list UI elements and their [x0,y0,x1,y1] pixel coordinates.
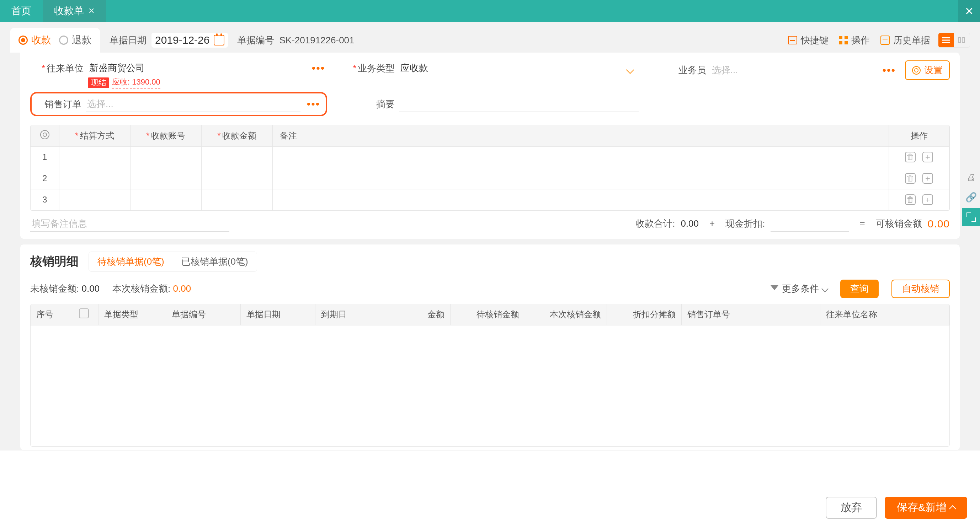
cell-amount[interactable] [201,146,272,168]
party-input[interactable] [88,60,305,76]
auto-writeoff-button[interactable]: 自动核销 [891,280,950,298]
radio-dot-icon [59,35,68,45]
order-picker-icon[interactable]: ••• [305,98,323,110]
cash-badge: 现结 [88,78,109,88]
doc-no-value: SK-20191226-001 [279,35,354,46]
radio-refund-label: 退款 [72,33,92,47]
row-index: 3 [30,189,59,210]
more-filter-label: 更多条件 [782,282,819,295]
party-picker-icon[interactable]: ••• [310,62,328,74]
view-list-button[interactable] [939,33,954,47]
settings-button[interactable]: 设置 [905,60,950,80]
wcol-pending: 待核销金额 [450,304,525,325]
checkbox-icon [79,308,89,319]
col-settle: 结算方式 [59,125,130,146]
operate-button[interactable]: 操作 [839,34,870,46]
receivable-link[interactable]: 应收: 1390.00 [112,77,161,89]
list-icon [942,37,950,43]
payment-grid: 结算方式 收款账号 收款金额 备注 操作 1 [30,125,950,211]
wcol-checkbox[interactable] [70,304,98,325]
doc-date: 单据日期 2019-12-26 [110,33,228,48]
wcol-split: 折扣分摊额 [607,304,681,325]
biztype-label: 业务类型 [341,62,395,74]
tab-receipt[interactable]: 收款单 ✕ [43,0,106,22]
radio-refund[interactable]: 退款 [59,33,92,47]
detail-icon [958,37,966,43]
row-add-button[interactable]: ＋ [923,194,933,205]
tab-done[interactable]: 已核销单据(0笔) [173,252,257,271]
toolbar-wrap: 收款 退款 单据日期 2019-12-26 单据编号 SK-20191226-0… [0,22,980,450]
wcol-amount: 金额 [390,304,450,325]
chevron-down-icon [821,285,829,292]
summary-input[interactable] [399,96,638,112]
wcol-idx: 序号 [30,304,70,325]
writeoff-table: 序号 单据类型 单据编号 单据日期 到期日 金额 待核销金额 本次核销金额 折扣… [30,304,950,447]
date-picker[interactable]: 2019-12-26 [151,33,228,48]
sales-order-input[interactable] [86,96,301,112]
rail-print-button[interactable]: 🖨 [962,168,980,186]
wcol-this: 本次核销金额 [525,304,607,325]
discount-input[interactable] [770,216,849,231]
row-add-button[interactable]: ＋ [923,173,933,184]
wcol-party: 往来单位名称 [820,304,950,325]
biztype-select[interactable] [399,60,625,76]
tab-receipt-label: 收款单 [54,4,84,18]
totals-row: 收款合计: 0.00 + 现金折扣: = 可核销金额 0.00 [30,216,950,231]
tab-pending[interactable]: 待核销单据(0笔) [89,252,173,271]
history-icon [880,35,890,45]
table-row[interactable]: 2 🗑 ＋ [30,168,950,189]
app-tabbar: 首页 收款单 ✕ ✕ [0,0,980,22]
sales-order-highlight: 销售订单 ••• [30,92,327,116]
cell-remark[interactable] [272,146,889,168]
total-value: 0.00 [681,218,699,229]
col-gear[interactable] [30,125,59,146]
rail-link-button[interactable]: 🔗 [962,188,980,206]
save-and-new-button[interactable]: 保存&新增 [885,497,967,519]
row-delete-button[interactable]: 🗑 [905,173,916,184]
window-close-button[interactable]: ✕ [958,0,980,22]
chevron-down-icon[interactable] [630,66,639,71]
row-add-button[interactable]: ＋ [923,152,933,162]
query-button[interactable]: 查询 [840,280,879,298]
party-label: 往来单位 [30,62,84,74]
row-delete-button[interactable]: 🗑 [905,152,916,162]
more-filter-button[interactable]: 更多条件 [770,282,827,295]
gear-icon [912,66,921,74]
shortcut-button[interactable]: 快捷键 [788,34,829,46]
salesman-picker-icon[interactable]: ••• [880,64,898,76]
unsettled-label: 未核销金额: [30,283,79,294]
writeoffable-value: 0.00 [928,218,950,230]
gear-icon [40,130,49,139]
salesman-input[interactable] [711,63,876,78]
tab-home[interactable]: 首页 [0,0,43,22]
discard-button[interactable]: 放弃 [826,497,877,519]
writeoff-panel: 核销明细 待核销单据(0笔) 已核销单据(0笔) 未核销金额: 0.00 本次核… [20,244,960,451]
biztype-field: 业务类型 [341,60,638,76]
radio-receive[interactable]: 收款 [19,33,51,47]
cell-settle[interactable] [59,146,130,168]
doc-remark-input[interactable] [30,216,229,231]
discount-label: 现金折扣: [725,217,765,230]
toolbar: 收款 退款 单据日期 2019-12-26 单据编号 SK-20191226-0… [10,28,970,52]
salesman-label: 业务员 [653,64,706,76]
row-index: 2 [30,168,59,189]
col-account: 收款账号 [130,125,201,146]
writeoff-title: 核销明细 [30,253,79,270]
unsettled-value: 0.00 [81,283,100,294]
order-label: 销售订单 [35,98,81,111]
table-row[interactable]: 1 🗑 ＋ [30,146,950,168]
history-button[interactable]: 历史单据 [880,34,930,46]
view-detail-button[interactable] [954,33,970,47]
form-card: 往来单位 ••• 现结 应收: 1390.00 业务类型 业务员 [20,52,960,239]
rail-expand-button[interactable] [962,208,980,226]
table-row[interactable]: 3 🗑 ＋ [30,189,950,210]
history-label: 历史单据 [893,34,930,46]
wcol-date: 单据日期 [240,304,315,325]
close-icon[interactable]: ✕ [88,6,95,16]
row-delete-button[interactable]: 🗑 [905,194,916,205]
doc-no: 单据编号 SK-20191226-001 [237,34,354,46]
cell-account[interactable] [130,146,201,168]
shortcut-label: 快捷键 [801,34,829,46]
party-field: 往来单位 ••• [30,60,327,76]
summary-field: 摘要 [341,96,638,112]
